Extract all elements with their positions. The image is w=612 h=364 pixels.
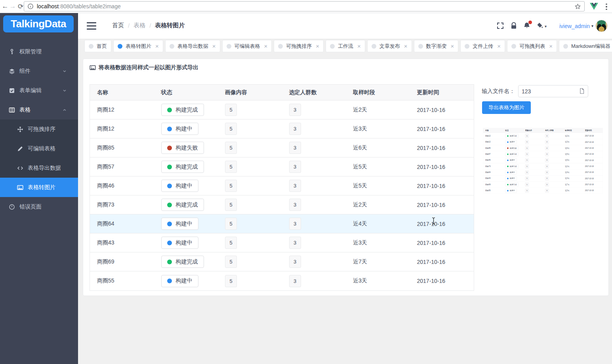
sidebar-item-tables[interactable]: 表格 [0,100,78,119]
cell-period: 近4天 [346,220,410,228]
cell-status: 构建中 [503,158,523,162]
breadcrumb-tables[interactable]: 表格 [133,22,145,29]
cell-status: 构建中 [503,171,523,174]
tab-status-dot [278,44,283,49]
audience-count-box: 3 [545,140,549,144]
cell-status: 构建完成 [154,256,218,268]
cell-updated: 2017-10-16 [583,147,602,149]
breadcrumb-home[interactable]: 首页 [112,22,124,29]
cell-period: 近7天 [346,258,410,265]
cell-updated: 2017-10-16 [410,259,474,265]
vue-devtools-icon[interactable] [590,3,598,10]
tab-工作流[interactable]: 工作流× [326,40,365,52]
lock-icon[interactable] [510,22,518,30]
portrait-count-box: 5 [225,123,237,135]
sidebar-item-label: 组件 [19,68,31,75]
audience-count-box: 3 [545,171,549,174]
avatar[interactable] [595,20,608,32]
column-header: 更新时间 [410,89,474,96]
sidebar-item-table2image[interactable]: 表格转图片 [0,178,78,197]
cell-status: 构建中 [503,140,523,144]
bookmark-star-icon[interactable] [574,3,581,10]
table-row[interactable]: 商圈55构建中53近3天2017-10-16 [90,271,474,290]
cell-name: 商圈85 [90,144,154,152]
table-row[interactable]: 商圈46构建中53近5天2017-10-16 [90,176,474,195]
tab-数字渐变[interactable]: 数字渐变× [414,40,459,52]
tab-文件上传[interactable]: 文件上传× [460,40,505,52]
sidebar-item-form-edit[interactable]: 表单编辑 [0,81,78,100]
portrait-count-box: 5 [225,161,237,173]
table-row[interactable]: 商圈69构建完成53近7天2017-10-16 [90,252,474,271]
top-header: 首页 / 表格 / 表格转图片 ▾ iview_admin ▾ [78,13,612,39]
cell-portrait-count: 5 [218,218,282,230]
status-dot [507,159,509,161]
cell-portrait-count: 5 [218,256,282,268]
portrait-count-box: 5 [225,104,237,116]
menu-toggle-icon[interactable] [87,22,96,30]
tab-可拖拽列表[interactable]: 可拖拽列表× [507,40,557,52]
tab-close-icon[interactable]: × [404,43,408,49]
fullscreen-icon[interactable] [496,22,504,30]
tab-close-icon[interactable]: × [264,43,268,49]
document-icon [579,88,585,94]
table-row[interactable]: 商圈57构建完成53近5天2017-10-16 [90,157,474,176]
sidebar-item-components[interactable]: 组件 [0,61,78,81]
chevron-down-icon [62,69,67,74]
pencil-icon [17,146,23,152]
username[interactable]: iview_admin [559,23,590,29]
tab-文章发布[interactable]: 文章发布× [367,40,412,52]
caret-down-icon[interactable]: ▾ [591,24,593,28]
notification-bell-icon[interactable] [523,22,531,30]
sidebar-item-label: 可拖拽排序 [28,126,55,133]
cell-audience-count: 3 [282,123,346,135]
tab-可编辑表格[interactable]: 可编辑表格× [222,40,272,52]
status-badge: 构建失败 [505,146,519,150]
theme-switch-icon[interactable]: ▾ [536,22,549,30]
code-icon [17,165,23,171]
breadcrumb-separator: / [128,22,130,29]
tab-close-icon[interactable]: × [357,43,361,49]
sidebar-item-editable-table[interactable]: 可编辑表格 [0,139,78,158]
cell-audience-count: 3 [282,180,346,192]
cell-status: 构建完成 [503,164,523,168]
portrait-count-box: 5 [525,189,529,193]
tab-close-icon[interactable]: × [451,43,454,49]
table-row[interactable]: 商圈12构建完成53近2天2017-10-16 [90,100,474,119]
table-row[interactable]: 商圈73构建完成53近2天2017-10-16 [90,195,474,214]
status-dot [507,135,509,137]
tab-close-icon[interactable]: × [212,43,216,49]
export-image-button[interactable]: 导出表格为图片 [482,101,531,114]
tab-Markdown编辑器[interactable]: Markdown编辑器× [559,40,612,52]
sidebar-item-error-page[interactable]: 错误页面 [0,197,78,216]
address-bar[interactable]: localhost:8080/tables/table2image [24,1,585,11]
tab-表格转图片[interactable]: 表格转图片× [113,40,163,52]
app-logo[interactable]: TalkingData [3,15,74,32]
table-row[interactable]: 商圈12构建中53近3天2017-10-16 [90,119,474,138]
tab-label: 文章发布 [379,43,400,50]
tab-可拖拽排序[interactable]: 可拖拽排序× [274,40,324,52]
table-row[interactable]: 商圈43构建中53近3天2017-10-16 [90,233,474,252]
browser-menu-icon[interactable] [604,3,609,11]
tab-close-icon[interactable]: × [549,43,553,49]
status-badge: 构建中 [505,189,517,193]
table-row[interactable]: 商圈85构建失败53近6天2017-10-16 [90,138,474,157]
tab-close-icon[interactable]: × [316,43,319,49]
filename-input[interactable] [518,85,588,97]
tab-首页[interactable]: 首页 [84,40,111,52]
page-info-icon[interactable] [27,3,34,9]
tab-表格导出数据[interactable]: 表格导出数据× [165,40,220,52]
tab-close-icon[interactable]: × [497,43,501,49]
tab-status-dot [372,44,376,49]
status-dot [167,222,172,226]
tab-close-icon[interactable]: × [155,43,159,49]
status-label: 构建中 [510,159,515,161]
sidebar-item-drag-sort[interactable]: 可拖拽排序 [0,119,78,139]
sidebar-item-export-data[interactable]: 表格导出数据 [0,158,78,178]
sidebar-item-auth[interactable]: 权限管理 [0,42,78,61]
cell-audience-count: 3 [543,140,562,144]
cell-period: 近3天 [563,141,583,143]
table-row: 商圈85构建失败53近6天2017-10-16 [483,145,602,151]
cell-updated: 2017-10-16 [410,126,474,132]
table-row[interactable]: 商圈64构建中53近4天2017-10-16 [90,214,474,233]
status-label: 构建中 [176,220,193,228]
